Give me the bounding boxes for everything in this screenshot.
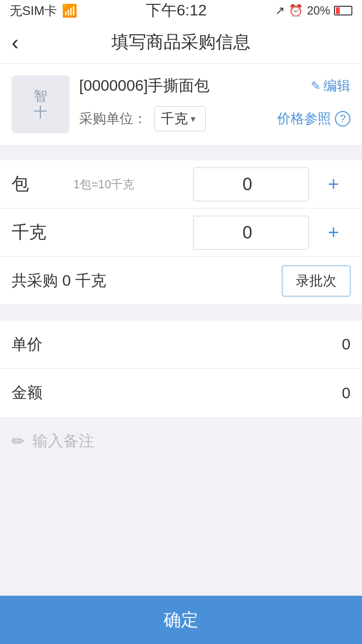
- status-left: 无SIM卡 📶: [10, 2, 77, 19]
- unit-price-label: 单价: [12, 334, 42, 355]
- bag-plus-button[interactable]: +: [317, 168, 350, 201]
- nav-bar: ‹ 填写商品采购信息: [0, 21, 362, 64]
- battery-percent: 20%: [307, 4, 330, 17]
- page-title: 填写商品采购信息: [111, 30, 251, 54]
- battery-icon: [334, 6, 352, 15]
- pencil-icon: ✏: [12, 432, 25, 450]
- batch-button[interactable]: 录批次: [282, 266, 350, 296]
- kg-quantity-field[interactable]: [194, 216, 308, 249]
- wifi-icon: 📶: [62, 3, 77, 18]
- amount-value: 0: [342, 384, 350, 402]
- bag-label: 包: [12, 172, 70, 196]
- carrier-label: 无SIM卡: [10, 2, 57, 19]
- bag-quantity-field[interactable]: [194, 168, 308, 201]
- remark-section[interactable]: ✏ 输入备注: [0, 417, 362, 465]
- bag-sublabel: 1包=10千克: [73, 177, 134, 192]
- kg-quantity-input[interactable]: [193, 216, 309, 250]
- unit-row: 采购单位： 千克 ▾ 价格参照 ?: [79, 106, 350, 131]
- unit-prefix-label: 采购单位：: [79, 110, 147, 128]
- back-icon: ‹: [12, 30, 19, 55]
- info-icon: ?: [335, 111, 350, 126]
- product-info: [0000006]手撕面包 ✎ 编辑 采购单位： 千克 ▾ 价格参照 ?: [79, 75, 350, 131]
- total-label: 共采购 0 千克: [12, 270, 106, 292]
- amount-label: 金额: [12, 382, 42, 404]
- product-logo: 智 十: [34, 88, 47, 120]
- unit-select[interactable]: 千克 ▾: [154, 106, 206, 131]
- unit-price-row: 单价 0: [0, 321, 362, 369]
- price-section: 单价 0 金额 0: [0, 321, 362, 417]
- section-divider-1: [0, 153, 362, 160]
- kg-plus-button[interactable]: +: [317, 216, 350, 250]
- remark-input[interactable]: 输入备注: [32, 431, 94, 452]
- edit-button[interactable]: ✎ 编辑: [311, 77, 350, 95]
- status-time: 下午6:12: [146, 0, 207, 21]
- product-image: 智 十: [12, 75, 70, 133]
- status-right: ↗ ⏰ 20%: [275, 4, 352, 17]
- product-name: [0000006]手撕面包: [79, 75, 209, 97]
- back-button[interactable]: ‹: [12, 30, 19, 55]
- amount-row: 金额 0: [0, 369, 362, 417]
- input-section: 包 1包=10千克 + 千克 + 共采购 0 千克 录批次: [0, 160, 362, 305]
- product-name-row: [0000006]手撕面包 ✎ 编辑: [79, 75, 350, 97]
- status-bar: 无SIM卡 📶 下午6:12 ↗ ⏰ 20%: [0, 0, 362, 21]
- section-divider-2: [0, 305, 362, 313]
- empty-space: [0, 465, 362, 610]
- bag-input-row: 包 1包=10千克 +: [0, 160, 362, 209]
- chevron-down-icon: ▾: [191, 113, 195, 125]
- price-ref-button[interactable]: 价格参照 ?: [277, 110, 350, 128]
- edit-icon: ✎: [311, 79, 320, 93]
- unit-price-value: 0: [342, 336, 350, 353]
- confirm-button[interactable]: 确定: [0, 596, 362, 644]
- kg-label: 千克: [12, 221, 70, 244]
- kg-input-row: 千克 +: [0, 209, 362, 257]
- product-section: 智 十 [0000006]手撕面包 ✎ 编辑 采购单位： 千克 ▾: [0, 64, 362, 145]
- alarm-icon: ⏰: [289, 4, 303, 17]
- location-icon: ↗: [275, 4, 285, 17]
- total-row: 共采购 0 千克 录批次: [0, 257, 362, 305]
- bag-quantity-input[interactable]: [193, 168, 309, 201]
